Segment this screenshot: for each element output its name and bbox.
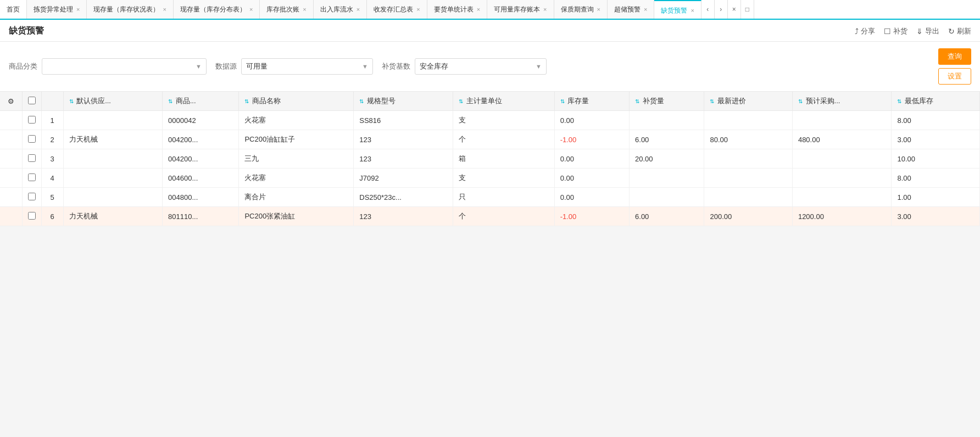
row-index: 5 bbox=[41, 188, 63, 207]
tab-close-inout-flow[interactable]: × bbox=[357, 6, 360, 13]
latest-price-sort-icon: ⇅ bbox=[710, 98, 714, 104]
row-checkbox[interactable] bbox=[28, 173, 36, 181]
row-index: 4 bbox=[41, 169, 63, 188]
row-gear-cell bbox=[0, 207, 22, 226]
row-checkbox-cell[interactable] bbox=[22, 130, 41, 149]
tab-batch-account[interactable]: 库存批次账 × bbox=[260, 0, 313, 19]
row-checkbox-cell[interactable] bbox=[22, 188, 41, 207]
tab-expiry-query[interactable]: 保质期查询 × bbox=[554, 0, 608, 19]
row-min-stock: 10.00 bbox=[892, 149, 980, 169]
tab-inout-flow[interactable]: 出入库流水 × bbox=[314, 0, 367, 19]
category-arrow-icon: ▼ bbox=[196, 63, 202, 70]
row-code: 004600... bbox=[163, 169, 239, 188]
tab-maximize-btn[interactable]: □ bbox=[741, 0, 754, 19]
row-spec: 123 bbox=[354, 149, 453, 169]
row-est-purchase bbox=[792, 169, 892, 188]
replenish-action[interactable]: ☐ 补货 bbox=[884, 26, 907, 36]
tab-close-inventory-status[interactable]: × bbox=[163, 6, 166, 13]
datasource-label: 数据源 bbox=[215, 61, 237, 71]
category-filter-group: 商品分类 ▼ bbox=[9, 58, 207, 75]
row-unit: 箱 bbox=[453, 149, 555, 169]
row-spec: SS816 bbox=[354, 111, 453, 130]
row-spec: 123 bbox=[354, 130, 453, 149]
row-code: 004200... bbox=[163, 149, 239, 169]
row-checkbox[interactable] bbox=[28, 154, 36, 162]
query-button[interactable]: 查询 bbox=[938, 48, 971, 65]
row-latest-price bbox=[704, 149, 792, 169]
col-spec[interactable]: ⇅ 规格型号 bbox=[354, 92, 453, 111]
settings-button[interactable]: 设置 bbox=[938, 68, 971, 85]
tab-close-all-btn[interactable]: × bbox=[728, 0, 741, 19]
tab-home[interactable]: 首页 bbox=[0, 0, 27, 19]
tab-prev-btn[interactable]: ‹ bbox=[701, 0, 715, 19]
tab-shortage[interactable]: 缺货预警 × bbox=[654, 0, 701, 20]
tab-overstock[interactable]: 超储预警 × bbox=[608, 0, 654, 19]
tab-next-btn[interactable]: › bbox=[715, 0, 728, 19]
tab-abnormal[interactable]: 拣货异常处理 × bbox=[27, 0, 87, 19]
col-min-stock[interactable]: ⇅ 最低库存 bbox=[892, 92, 980, 111]
share-action[interactable]: ⤴ 分享 bbox=[855, 26, 875, 36]
row-checkbox[interactable] bbox=[28, 135, 36, 143]
export-action[interactable]: ⇓ 导出 bbox=[916, 26, 939, 36]
tab-close-inventory-dist[interactable]: × bbox=[249, 6, 253, 13]
col-code[interactable]: ⇅ 商品... bbox=[163, 92, 239, 111]
datasource-value: 可用量 bbox=[246, 61, 268, 71]
refresh-action[interactable]: ↻ 刷新 bbox=[948, 26, 971, 36]
tab-close-abnormal[interactable]: × bbox=[76, 6, 80, 13]
tab-available-ledger[interactable]: 可用量库存账本 × bbox=[487, 0, 554, 19]
refresh-label: 刷新 bbox=[957, 26, 971, 36]
row-spec: J7092 bbox=[354, 169, 453, 188]
col-stock[interactable]: ⇅ 库存量 bbox=[554, 92, 629, 111]
tab-close-overstock[interactable]: × bbox=[644, 6, 647, 13]
replenish-base-select[interactable]: 安全库存 ▼ bbox=[415, 58, 547, 75]
row-checkbox[interactable] bbox=[28, 193, 36, 200]
tab-order-stats[interactable]: 要货单统计表 × bbox=[427, 0, 487, 19]
tab-close-shortage[interactable]: × bbox=[691, 7, 694, 14]
row-replenish bbox=[630, 188, 704, 207]
tab-close-available-ledger[interactable]: × bbox=[543, 6, 547, 13]
col-settings[interactable]: ⚙ bbox=[0, 92, 22, 111]
col-replenish[interactable]: ⇅ 补货量 bbox=[630, 92, 704, 111]
col-est-purchase[interactable]: ⇅ 预计采购... bbox=[792, 92, 892, 111]
tab-close-order-stats[interactable]: × bbox=[477, 6, 480, 13]
row-supplier: 力天机械 bbox=[63, 130, 163, 149]
export-label: 导出 bbox=[925, 26, 939, 36]
tab-inventory-status[interactable]: 现存量（库存状况表） × bbox=[87, 0, 173, 19]
unit-sort-icon: ⇅ bbox=[459, 98, 463, 104]
row-checkbox-cell[interactable] bbox=[22, 149, 41, 169]
tab-close-receive-summary[interactable]: × bbox=[416, 6, 420, 13]
row-unit: 只 bbox=[453, 188, 555, 207]
category-select[interactable]: ▼ bbox=[42, 58, 207, 75]
row-latest-price bbox=[704, 111, 792, 130]
datasource-select[interactable]: 可用量 ▼ bbox=[241, 58, 373, 75]
col-name[interactable]: ⇅ 商品名称 bbox=[239, 92, 354, 111]
col-select-all[interactable] bbox=[22, 92, 41, 111]
row-code: 004800... bbox=[163, 188, 239, 207]
row-checkbox-cell[interactable] bbox=[22, 111, 41, 130]
row-checkbox[interactable] bbox=[28, 212, 36, 220]
row-supplier bbox=[63, 169, 163, 188]
row-product-name: 三九 bbox=[239, 149, 354, 169]
row-index: 2 bbox=[41, 130, 63, 149]
row-supplier bbox=[63, 149, 163, 169]
col-supplier[interactable]: ⇅ 默认供应... bbox=[63, 92, 163, 111]
row-checkbox[interactable] bbox=[28, 116, 36, 124]
share-label: 分享 bbox=[861, 26, 875, 36]
tab-receive-summary[interactable]: 收发存汇总表 × bbox=[367, 0, 427, 19]
row-latest-price bbox=[704, 169, 792, 188]
row-min-stock: 8.00 bbox=[892, 169, 980, 188]
row-stock: -1.00 bbox=[554, 130, 629, 149]
export-icon: ⇓ bbox=[916, 27, 923, 36]
tab-close-batch-account[interactable]: × bbox=[303, 6, 306, 13]
row-checkbox-cell[interactable] bbox=[22, 207, 41, 226]
shortage-table: ⚙ ⇅ 默认供应... ⇅ 商品... ⇅ 商品名称 bbox=[0, 91, 980, 226]
page-title: 缺货预警 bbox=[9, 25, 44, 37]
col-latest-price[interactable]: ⇅ 最新进价 bbox=[704, 92, 792, 111]
replenish-base-filter-group: 补货基数 安全库存 ▼ bbox=[382, 58, 547, 75]
row-checkbox-cell[interactable] bbox=[22, 169, 41, 188]
col-unit[interactable]: ⇅ 主计量单位 bbox=[453, 92, 555, 111]
select-all-checkbox[interactable] bbox=[28, 97, 36, 104]
row-latest-price: 80.00 bbox=[704, 130, 792, 149]
tab-close-expiry-query[interactable]: × bbox=[597, 6, 600, 13]
tab-inventory-dist[interactable]: 现存量（库存分布表） × bbox=[174, 0, 260, 19]
